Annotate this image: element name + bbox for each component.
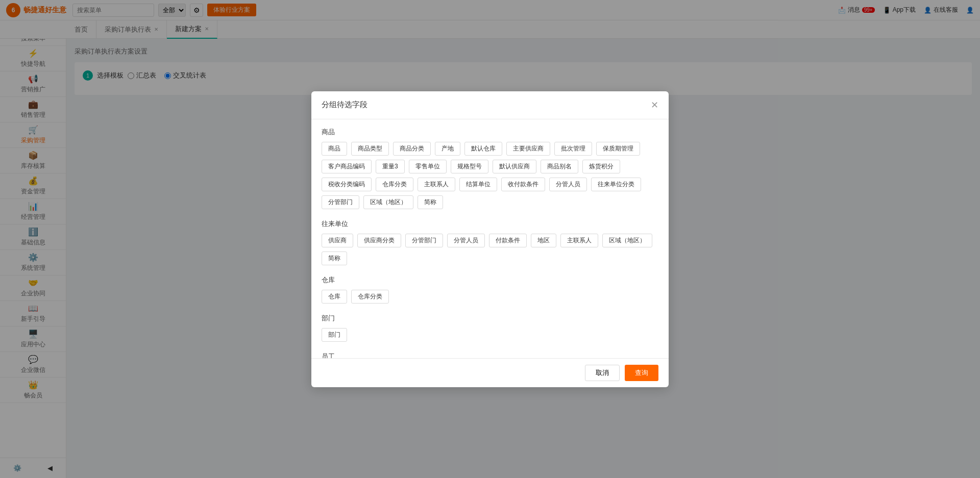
dept-fields: 部门	[322, 328, 658, 342]
field-section-employee: 员工 业务员	[322, 352, 658, 358]
field-tag-payment-cond[interactable]: 付款条件	[489, 234, 527, 247]
field-tag-settlement-unit[interactable]: 结算单位	[459, 178, 497, 191]
field-tag-payment-terms[interactable]: 收付款条件	[501, 178, 545, 191]
field-tag-customer-code[interactable]: 客户商品编码	[322, 160, 372, 173]
field-section-warehouse: 仓库 仓库 仓库分类	[322, 275, 658, 304]
dept-section-title: 部门	[322, 314, 658, 323]
confirm-button[interactable]: 查询	[625, 365, 658, 381]
modal-body: 商品 商品 商品类型 商品分类 产地 默认仓库 主要供应商 批次管理 保质期管理…	[311, 119, 669, 358]
warehouse-fields: 仓库 仓库分类	[322, 290, 658, 304]
modal-title: 分组待选字段	[322, 100, 368, 110]
field-section-dept: 部门 部门	[322, 314, 658, 342]
field-tag-main-contact2[interactable]: 主联系人	[560, 234, 598, 247]
modal-overlay: 分组待选字段 ✕ 商品 商品 商品类型 商品分类 产地 默认仓库 主要供应商 批…	[0, 0, 980, 478]
field-tag-tax-code[interactable]: 税收分类编码	[322, 178, 372, 191]
field-tag-region[interactable]: 地区	[531, 234, 556, 247]
field-section-goods: 商品 商品 商品类型 商品分类 产地 默认仓库 主要供应商 批次管理 保质期管理…	[322, 128, 658, 209]
field-tag-dept-managed[interactable]: 分管部门	[322, 195, 359, 209]
field-tag-goods-item[interactable]: 商品	[322, 142, 347, 156]
field-tag-short-name[interactable]: 简称	[418, 195, 443, 209]
goods-section-title: 商品	[322, 128, 658, 137]
field-tag-default-supplier[interactable]: 默认供应商	[493, 160, 536, 173]
field-tag-supplier[interactable]: 供应商	[322, 234, 353, 247]
field-tag-region-area2[interactable]: 区域（地区）	[602, 234, 652, 247]
field-tag-goods-alias[interactable]: 商品别名	[541, 160, 578, 173]
field-section-biz-unit: 往来单位 供应商 供应商分类 分管部门 分管人员 付款条件 地区 主联系人 区域…	[322, 219, 658, 265]
field-tag-origin[interactable]: 产地	[435, 142, 460, 156]
modal-dialog: 分组待选字段 ✕ 商品 商品 商品类型 商品分类 产地 默认仓库 主要供应商 批…	[311, 91, 669, 387]
modal-close-button[interactable]: ✕	[651, 99, 658, 111]
field-tag-shelf-life[interactable]: 保质期管理	[596, 142, 640, 156]
field-tag-default-warehouse[interactable]: 默认仓库	[464, 142, 502, 156]
field-tag-batch-mgmt[interactable]: 批次管理	[554, 142, 592, 156]
field-tag-supplier-category[interactable]: 供应商分类	[357, 234, 401, 247]
field-tag-main-contact[interactable]: 主联系人	[418, 178, 455, 191]
field-tag-manager[interactable]: 分管人员	[549, 178, 587, 191]
field-tag-points[interactable]: 炼货积分	[582, 160, 620, 173]
field-tag-goods-category[interactable]: 商品分类	[393, 142, 431, 156]
field-tag-warehouse-category[interactable]: 仓库分类	[376, 178, 413, 191]
field-tag-warehouse-cat[interactable]: 仓库分类	[351, 290, 389, 304]
field-tag-goods-type[interactable]: 商品类型	[351, 142, 389, 156]
field-tag-manager2[interactable]: 分管人员	[447, 234, 485, 247]
field-tag-dept-managed2[interactable]: 分管部门	[405, 234, 443, 247]
field-tag-warehouse[interactable]: 仓库	[322, 290, 347, 304]
cancel-button[interactable]: 取消	[585, 365, 620, 381]
field-tag-main-supplier[interactable]: 主要供应商	[506, 142, 550, 156]
employee-section-title: 员工	[322, 352, 658, 358]
field-tag-region-area[interactable]: 区域（地区）	[363, 195, 413, 209]
field-tag-dept[interactable]: 部门	[322, 328, 347, 342]
field-tag-weight3[interactable]: 重量3	[376, 160, 405, 173]
modal-footer: 取消 查询	[311, 358, 669, 387]
modal-header: 分组待选字段 ✕	[311, 91, 669, 119]
goods-fields: 商品 商品类型 商品分类 产地 默认仓库 主要供应商 批次管理 保质期管理 客户…	[322, 142, 658, 209]
warehouse-section-title: 仓库	[322, 275, 658, 285]
biz-unit-section-title: 往来单位	[322, 219, 658, 229]
field-tag-short-name2[interactable]: 简称	[322, 251, 347, 265]
field-tag-spec-model[interactable]: 规格型号	[451, 160, 488, 173]
biz-unit-fields: 供应商 供应商分类 分管部门 分管人员 付款条件 地区 主联系人 区域（地区） …	[322, 234, 658, 265]
field-tag-biz-unit-category[interactable]: 往来单位分类	[591, 178, 641, 191]
field-tag-retail-unit[interactable]: 零售单位	[409, 160, 447, 173]
